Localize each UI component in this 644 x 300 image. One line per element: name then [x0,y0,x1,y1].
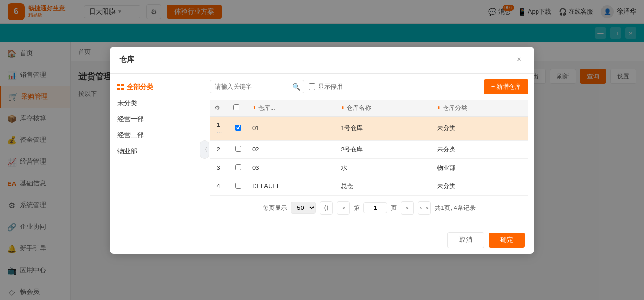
search-input[interactable] [210,80,304,93]
first-page-button[interactable]: ⟨⟨ [320,201,333,215]
search-bar: 🔍 显示停用 + 新增仓库 [210,79,528,94]
row-checkbox-cell [229,158,248,177]
row-code: 01 [248,116,336,140]
page-suffix-label: 页 [391,204,397,212]
search-input-wrap: 🔍 [210,80,304,93]
modal-title: 仓库 [119,55,134,65]
prev-page-button[interactable]: ＜ [337,201,350,215]
gear-icon: ⚙ [215,104,220,111]
sort-icon: ⬆ [341,105,345,110]
row-checkbox[interactable] [235,146,241,152]
page-total: 共1页, 4条记录 [435,204,476,212]
row-checkbox[interactable] [235,164,241,170]
warehouse-table: ⚙ ⬆ 仓库... [210,100,528,196]
col-header-category: ⬆ 仓库分类 [432,100,528,117]
row-category: 未分类 [432,116,528,140]
warehouse-modal: 仓库 × 全部分类 未分类 经 [110,47,534,254]
modal-header: 仓库 × [110,47,534,74]
row-checkbox[interactable] [235,125,241,131]
close-icon[interactable]: × [513,54,525,66]
row-code: DEFAULT [248,177,336,195]
more-icon[interactable]: ··· [217,128,222,135]
row-number: 2 [216,146,220,153]
row-checkbox-cell [229,140,248,158]
last-page-button[interactable]: ＞＞ [418,201,431,215]
row-actions: 2 [210,140,229,158]
row-number: 1 [216,121,220,128]
right-panel: 🔍 显示停用 + 新增仓库 ⚙ [204,74,534,226]
tree-item-label: 物业部 [117,147,137,156]
row-name: 总仓 [336,177,432,195]
tree-item-label: 经营一部 [117,115,144,124]
table-header: ⚙ ⬆ 仓库... [210,100,528,117]
row-name: 2号仓库 [336,140,432,158]
row-actions: 1 ··· [210,116,229,140]
per-page-select[interactable]: 50 [291,202,316,214]
next-page-button[interactable]: ＞ [401,201,414,215]
row-number: 4 [216,183,220,190]
page-input[interactable] [363,202,387,213]
pagination: 每页显示 50 ⟨⟨ ＜ 第 页 ＞ ＞＞ 共1页, 4条记录 [210,196,528,220]
row-checkbox-cell [229,116,248,140]
search-icon[interactable]: 🔍 [292,83,300,91]
row-number: 3 [216,164,220,171]
row-category: 未分类 [432,140,528,158]
tree-item-uncategorized[interactable]: 未分类 [110,95,204,111]
row-code: 03 [248,158,336,177]
tree-item-dept2[interactable]: 经营二部 [110,127,204,143]
row-checkbox[interactable] [235,183,241,189]
table-body: 1 ··· 01 1号仓库 未分类 2 02 2号仓库 未分类 3 [210,116,528,195]
tree-all-categories[interactable]: 全部分类 [110,79,204,95]
row-name: 1号仓库 [336,116,432,140]
row-actions: 4 [210,177,229,195]
table-container: ⚙ ⬆ 仓库... [210,100,528,196]
show-disabled-checkbox[interactable] [309,83,315,90]
per-page-label: 每页显示 [263,204,287,212]
tree-item-label: 经营二部 [117,131,144,140]
page-prefix-label: 第 [354,204,360,212]
col-header-name: ⬆ 仓库名称 [336,100,432,117]
col-header-check [229,100,248,117]
row-category: 未分类 [432,177,528,195]
all-categories-label: 全部分类 [127,83,153,92]
row-checkbox-cell [229,177,248,195]
row-actions: 3 [210,158,229,177]
col-header-code: ⬆ 仓库... [248,100,336,117]
add-warehouse-button[interactable]: + 新增仓库 [484,79,528,94]
sort-icon: ⬆ [437,105,441,110]
tree-toggle-button[interactable]: 《 [200,140,209,159]
tree-item-property[interactable]: 物业部 [110,143,204,159]
show-disabled-label: 显示停用 [309,83,343,91]
tree-item-dept1[interactable]: 经营一部 [110,111,204,127]
modal-overlay: 仓库 × 全部分类 未分类 经 [0,0,644,300]
row-name: 水 [336,158,432,177]
col-header-gear: ⚙ [210,100,229,117]
sort-icon: ⬆ [252,105,256,110]
tree-panel: 全部分类 未分类 经营一部 经营二部 物业部 《 [110,74,204,226]
cancel-button[interactable]: 取消 [447,232,484,248]
table-header-row: ⚙ ⬆ 仓库... [210,100,528,117]
table-row[interactable]: 3 03 水 物业部 [210,158,528,177]
modal-body: 全部分类 未分类 经营一部 经营二部 物业部 《 [110,74,534,226]
grid-icon [117,84,124,91]
confirm-button[interactable]: 确定 [489,233,525,248]
row-category: 物业部 [432,158,528,177]
select-all-checkbox[interactable] [233,104,239,110]
table-row[interactable]: 1 ··· 01 1号仓库 未分类 [210,116,528,140]
table-row[interactable]: 4 DEFAULT 总仓 未分类 [210,177,528,195]
table-row[interactable]: 2 02 2号仓库 未分类 [210,140,528,158]
row-code: 02 [248,140,336,158]
tree-item-label: 未分类 [117,99,137,108]
show-disabled-text: 显示停用 [318,83,343,91]
modal-footer: 取消 确定 [110,226,534,254]
